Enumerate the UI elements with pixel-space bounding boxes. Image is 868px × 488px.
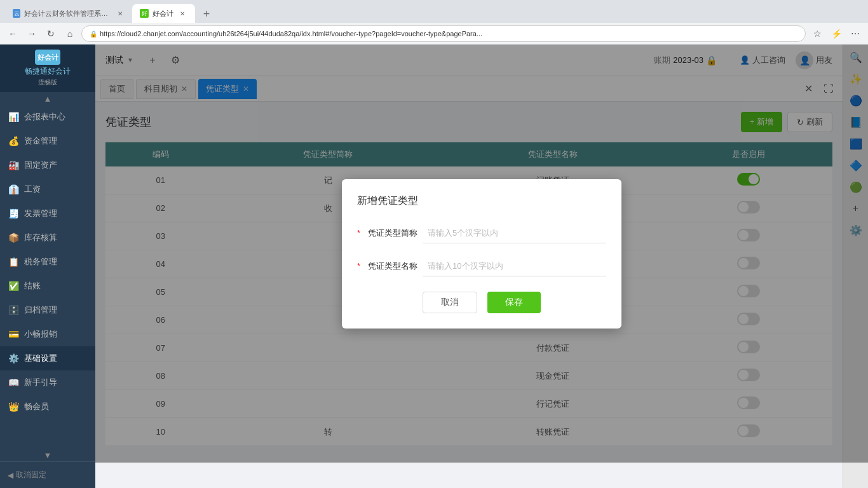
modal-title: 新增凭证类型 <box>357 194 606 208</box>
logo-icon: 好会计 <box>35 50 60 65</box>
sidebar-item-tax[interactable]: 📋 税务管理 <box>0 250 95 274</box>
name-field: * 凭证类型名称 <box>357 256 606 276</box>
sidebar: 好会计 畅捷通好会计 流畅版 ▲ 📊 会报表中心 💰 资金管理 🏭 固定资产 👔… <box>0 44 95 488</box>
assets-label: 固定资产 <box>24 159 57 171</box>
back-button[interactable]: ← <box>5 26 20 41</box>
sidebar-item-capital[interactable]: 💰 资金管理 <box>0 129 95 153</box>
guide-label: 新手引导 <box>24 377 57 388</box>
sidebar-item-guide[interactable]: 📖 新手引导 <box>0 370 95 395</box>
expense-label: 小畅报销 <box>24 329 57 340</box>
sidebar-item-expense[interactable]: 💳 小畅报销 <box>0 322 95 346</box>
sidebar-bottom: ◀ 取消固定 <box>0 461 95 488</box>
pin-icon: ◀ <box>8 471 13 480</box>
sidebar-logo: 好会计 畅捷通好会计 流畅版 <box>0 44 95 92</box>
tax-icon: 📋 <box>8 256 19 268</box>
sidebar-scroll-up[interactable]: ▲ <box>0 92 95 105</box>
expense-icon: 💳 <box>8 329 19 340</box>
main-area: 测试 ▼ + ⚙ 账期 2023-03 🔒 👤 人工咨询 👤 用友 <box>95 44 843 488</box>
member-label: 畅会员 <box>24 401 49 412</box>
cancel-pin-button[interactable]: ◀ 取消固定 <box>5 467 90 483</box>
guide-icon: 📖 <box>8 377 19 388</box>
modal-actions: 取消 保存 <box>357 292 606 313</box>
capital-label: 资金管理 <box>24 135 57 147</box>
browser-tab-1[interactable]: 云 好会计云财务软件管理系统_会计 ✕ <box>5 4 132 23</box>
sidebar-scroll-down[interactable]: ▼ <box>0 449 95 461</box>
sidebar-item-archive[interactable]: 🗄️ 归档管理 <box>0 298 95 322</box>
home-button[interactable]: ⌂ <box>62 26 78 41</box>
bookmark-button[interactable]: ☆ <box>810 26 825 41</box>
tab2-title: 好会计 <box>153 9 173 18</box>
reports-label: 会报表中心 <box>24 111 65 123</box>
browser-chrome: 云 好会计云财务软件管理系统_会计 ✕ 好 好会计 ✕ + ← → ↻ ⌂ 🔒 … <box>0 0 868 44</box>
sidebar-item-member[interactable]: 👑 畅会员 <box>0 395 95 419</box>
tab2-close-icon[interactable]: ✕ <box>177 8 187 18</box>
reports-icon: 📊 <box>8 111 19 123</box>
sidebar-item-assets[interactable]: 🏭 固定资产 <box>0 153 95 177</box>
browser-tab-2[interactable]: 好 好会计 ✕ <box>132 4 195 23</box>
invoice-label: 发票管理 <box>24 208 57 219</box>
content-area: 凭证类型 + 新增 ↻ 刷新 编码 凭证类型简称 凭证类型名称 是否启用 <box>95 102 843 488</box>
abbr-field: * 凭证类型简称 <box>357 223 606 243</box>
archive-label: 归档管理 <box>24 304 57 316</box>
invoice-icon: 🧾 <box>8 208 19 219</box>
address-text: https://cloud2.chanjet.com/accounting/uh… <box>100 30 482 37</box>
tax-label: 税务管理 <box>24 256 57 268</box>
name-input[interactable] <box>423 256 606 276</box>
tab1-title: 好会计云财务软件管理系统_会计 <box>24 9 112 18</box>
salary-icon: 👔 <box>8 184 19 195</box>
address-bar: ← → ↻ ⌂ 🔒 https://cloud2.chanjet.com/acc… <box>0 23 868 44</box>
modal-overlay: 新增凭证类型 * 凭证类型简称 * 凭证类型名称 取消 保存 <box>95 102 843 463</box>
app-container: 好会计 畅捷通好会计 流畅版 ▲ 📊 会报表中心 💰 资金管理 🏭 固定资产 👔… <box>0 44 868 488</box>
sidebar-item-settings[interactable]: ⚙️ 基础设置 <box>0 346 95 370</box>
abbr-label: 凭证类型简称 <box>367 227 417 239</box>
sidebar-item-salary[interactable]: 👔 工资 <box>0 177 95 201</box>
abbr-input[interactable] <box>423 223 606 243</box>
abbr-required-mark: * <box>357 228 360 238</box>
archive-icon: 🗄️ <box>8 304 19 316</box>
sidebar-item-inventory[interactable]: 📦 库存核算 <box>0 226 95 250</box>
cancel-pin-label: 取消固定 <box>16 470 46 480</box>
member-icon: 👑 <box>8 401 19 412</box>
sidebar-menu: 📊 会报表中心 💰 资金管理 🏭 固定资产 👔 工资 🧾 发票管理 📦 <box>0 105 95 449</box>
capital-icon: 💰 <box>8 135 19 147</box>
checkout-label: 结账 <box>24 280 41 292</box>
add-voucher-type-modal: 新增凭证类型 * 凭证类型简称 * 凭证类型名称 取消 保存 <box>342 179 621 329</box>
salary-label: 工资 <box>24 184 41 195</box>
sidebar-item-reports[interactable]: 📊 会报表中心 <box>0 105 95 129</box>
logo-badge: 流畅版 <box>38 78 57 87</box>
reload-button[interactable]: ↻ <box>43 26 58 41</box>
forward-button[interactable]: → <box>24 26 39 41</box>
cancel-button[interactable]: 取消 <box>423 292 477 313</box>
inventory-icon: 📦 <box>8 232 19 243</box>
tab-bar: 云 好会计云财务软件管理系统_会计 ✕ 好 好会计 ✕ + <box>0 0 868 23</box>
settings-label: 基础设置 <box>24 353 57 364</box>
name-label: 凭证类型名称 <box>367 261 417 272</box>
save-button[interactable]: 保存 <box>487 292 541 313</box>
browser-menu-button[interactable]: ⋯ <box>848 26 863 41</box>
settings-icon: ⚙️ <box>8 353 19 364</box>
tab1-favicon: 云 <box>13 9 20 18</box>
name-required-mark: * <box>357 261 360 271</box>
checkout-icon: ✅ <box>8 280 19 292</box>
extensions-button[interactable]: ⚡ <box>829 26 844 41</box>
sidebar-item-invoice[interactable]: 🧾 发票管理 <box>0 201 95 226</box>
address-input[interactable]: 🔒 https://cloud2.chanjet.com/accounting/… <box>81 25 806 42</box>
logo-text: 畅捷通好会计 <box>25 66 71 77</box>
assets-icon: 🏭 <box>8 159 19 171</box>
new-tab-button[interactable]: + <box>198 5 215 23</box>
tab1-close-icon[interactable]: ✕ <box>116 8 125 18</box>
inventory-label: 库存核算 <box>24 232 57 243</box>
tab2-favicon: 好 <box>140 9 149 18</box>
sidebar-item-checkout[interactable]: ✅ 结账 <box>0 274 95 298</box>
